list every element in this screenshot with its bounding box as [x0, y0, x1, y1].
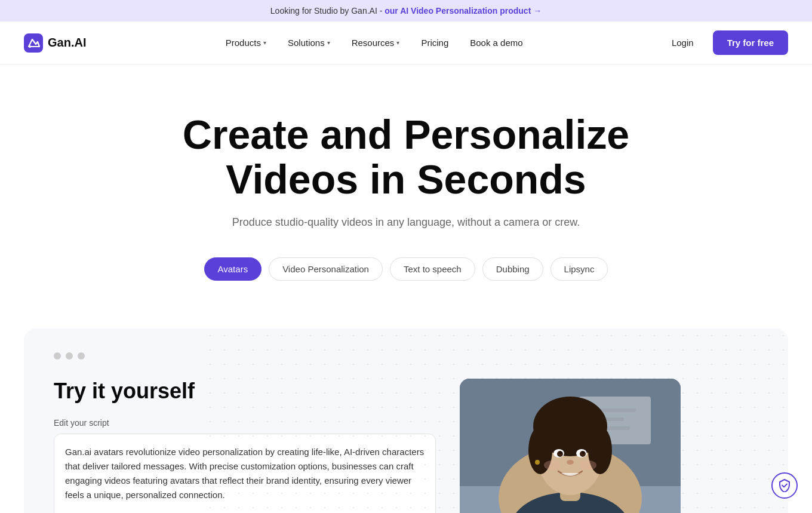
demo-left-panel: Try it yourself Edit your script 286 / 5…	[54, 379, 436, 513]
svg-rect-0	[24, 33, 43, 53]
logo-icon	[24, 33, 43, 53]
avatar-image	[460, 379, 681, 513]
script-textarea[interactable]	[54, 434, 436, 513]
try-free-button[interactable]: Try for free	[713, 30, 788, 55]
demo-card: Try it yourself Edit your script 286 / 5…	[24, 328, 788, 513]
top-banner: Looking for Studio by Gan.AI - our AI Vi…	[0, 0, 812, 21]
svg-point-24	[535, 460, 540, 465]
nav-right: Login Try for free	[662, 30, 788, 55]
tab-video-personalization[interactable]: Video Personalization	[269, 257, 383, 281]
window-dot-3	[78, 352, 85, 360]
hero-title: Create and Personalize Videos in Seconds	[137, 112, 675, 202]
nav-item-pricing[interactable]: Pricing	[411, 33, 458, 53]
shield-icon[interactable]	[771, 472, 798, 499]
demo-content: Try it yourself Edit your script 286 / 5…	[54, 379, 758, 513]
banner-text: Looking for Studio by Gan.AI -	[270, 6, 385, 16]
login-button[interactable]: Login	[662, 33, 703, 53]
window-dot-1	[54, 352, 61, 360]
logo[interactable]: Gan.AI	[24, 33, 86, 53]
avatar-video	[460, 379, 681, 513]
chevron-down-icon: ▾	[327, 39, 330, 46]
logo-text: Gan.AI	[48, 36, 86, 50]
window-dot-2	[66, 352, 73, 360]
demo-right-panel	[460, 379, 687, 513]
tab-pills: Avatars Video Personalization Text to sp…	[12, 257, 800, 281]
chevron-down-icon: ▾	[263, 39, 266, 46]
svg-point-20	[582, 451, 585, 454]
tab-lipsync[interactable]: Lipsync	[550, 257, 608, 281]
demo-title: Try it yourself	[54, 379, 436, 404]
banner-link[interactable]: our AI Video Personalization product →	[385, 6, 542, 16]
nav-item-book-demo[interactable]: Book a demo	[460, 33, 532, 53]
nav-item-products[interactable]: Products ▾	[216, 33, 276, 53]
nav-item-resources[interactable]: Resources ▾	[342, 33, 410, 53]
svg-point-21	[567, 460, 574, 465]
svg-point-1	[29, 45, 31, 48]
hero-section: Create and Personalize Videos in Seconds…	[0, 64, 812, 328]
navbar: Gan.AI Products ▾ Solutions ▾ Resources …	[0, 21, 812, 64]
hero-subtitle: Produce studio-quality videos in any lan…	[227, 216, 585, 229]
svg-point-19	[559, 451, 562, 454]
chevron-down-icon: ▾	[396, 39, 399, 46]
tab-dubbing[interactable]: Dubbing	[482, 257, 543, 281]
script-label: Edit your script	[54, 418, 436, 428]
tab-avatars[interactable]: Avatars	[204, 257, 262, 281]
tab-text-to-speech[interactable]: Text to speech	[390, 257, 475, 281]
svg-point-22	[544, 460, 561, 470]
nav-center: Products ▾ Solutions ▾ Resources ▾ Prici…	[216, 33, 533, 53]
shield-svg	[779, 479, 791, 492]
svg-point-23	[580, 460, 596, 470]
nav-item-solutions[interactable]: Solutions ▾	[278, 33, 340, 53]
window-dots	[54, 352, 758, 360]
